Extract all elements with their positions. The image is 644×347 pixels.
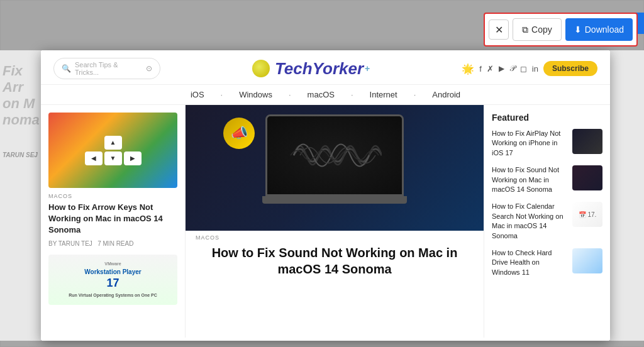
facebook-icon: f — [479, 64, 482, 74]
article-author: BY TARUN TEJ — [48, 240, 92, 247]
content-grid: ▲ ◀ ▼ ▶ MACOS How to Fix Arrow Keys Not … — [41, 105, 610, 338]
linkedin-icon: in — [532, 64, 538, 74]
key-left: ◀ — [85, 151, 103, 165]
key-down: ▼ — [104, 151, 122, 165]
vmware-desc: Run Virtual Operating Systems on One PC — [69, 292, 157, 298]
nav-windows[interactable]: Windows — [239, 90, 272, 99]
featured-item-2: How to Fix Sound Not Working on Mac in m… — [492, 165, 602, 194]
hero-image: 📣 — [186, 105, 484, 231]
bg-left-text: Fix Arron MnomaTARUN SEJ — [0, 50, 41, 174]
copy-icon: ⧉ — [522, 25, 528, 35]
subscribe-button[interactable]: Subscribe — [543, 61, 597, 76]
copy-button[interactable]: ⧉ Copy — [513, 18, 562, 41]
site-nav: iOS · Windows · macOS · Internet · Andro… — [41, 85, 610, 105]
sun-icon: 🌟 — [462, 63, 474, 75]
close-icon: ✕ — [495, 24, 503, 36]
search-bar[interactable]: 🔍 Search Tips & Tricks... ⊙ — [53, 58, 160, 79]
right-column: Featured How to Fix AirPlay Not Working … — [484, 105, 610, 338]
twitter-icon: ✗ — [487, 64, 494, 74]
nav-internet[interactable]: Internet — [370, 90, 397, 99]
hero-title: How to Fix Sound Not Working on Mac in m… — [186, 242, 484, 277]
featured-thumb-2 — [572, 165, 602, 190]
copy-label: Copy — [531, 25, 552, 35]
left-column: ▲ ◀ ▼ ▶ MACOS How to Fix Arrow Keys Not … — [41, 105, 186, 338]
featured-text-4: How to Check Hard Drive Health on Window… — [492, 248, 567, 277]
nav-dot-1: · — [221, 90, 223, 99]
logo-dot — [252, 60, 270, 77]
screenshot-modal: 🔍 Search Tips & Tricks... ⊙ TechYorker+ … — [41, 50, 610, 341]
screenshot-toolbar: ✕ ⧉ Copy ⬇ Download — [484, 13, 638, 47]
article-title-arrow: How to Fix Arrow Keys Not Working on Mac… — [48, 202, 177, 236]
featured-text-2: How to Fix Sound Not Working on Mac in m… — [492, 165, 567, 194]
nav-dot-3: · — [351, 90, 353, 99]
logo-area: TechYorker+ — [252, 59, 370, 79]
hero-badge: 📣 — [223, 118, 255, 149]
article-category-arrow: MACOS — [48, 193, 177, 199]
article-readtime: 7 MIN READ — [97, 240, 133, 247]
featured-text-3: How to Fix Calendar Search Not Working o… — [492, 202, 567, 241]
close-button[interactable]: ✕ — [489, 19, 509, 40]
mic-icon: ⊙ — [146, 64, 152, 73]
instagram-icon: ◻ — [520, 64, 527, 74]
social-icons: 🌟 f ✗ ▶ 𝒫 ◻ in Subscribe — [462, 61, 597, 76]
key-right: ▶ — [124, 151, 142, 165]
featured-thumb-4 — [572, 248, 602, 273]
main-column: 📣 — [186, 105, 484, 338]
featured-thumb-1 — [572, 129, 602, 154]
nav-dot-2: · — [289, 90, 291, 99]
nav-dot-4: · — [414, 90, 416, 99]
pinterest-icon: 𝒫 — [509, 63, 515, 74]
site-logo: TechYorker+ — [275, 59, 370, 79]
featured-text-1: How to Fix AirPlay Not Working on iPhone… — [492, 129, 567, 158]
article-card-vmware: VMware Workstation Player 17 Run Virtual… — [48, 255, 177, 305]
nav-ios[interactable]: iOS — [191, 90, 204, 99]
arrow-keys-group: ▲ ◀ ▼ ▶ — [85, 136, 142, 165]
laptop-screen — [265, 114, 404, 196]
nav-android[interactable]: Android — [432, 90, 460, 99]
download-button[interactable]: ⬇ Download — [565, 18, 633, 41]
featured-thumb-3: 📅 17. — [572, 202, 602, 227]
laptop-base — [262, 196, 407, 204]
youtube-icon: ▶ — [499, 64, 504, 73]
key-up: ▲ — [104, 136, 122, 150]
bg-left-strip: Fix Arron MnomaTARUN SEJ — [0, 50, 41, 341]
vmware-thumb: VMware Workstation Player 17 Run Virtual… — [48, 255, 177, 305]
article-thumb-arrow: ▲ ◀ ▼ ▶ — [48, 113, 177, 188]
wavy-lines-svg — [287, 130, 382, 180]
featured-item-1: How to Fix AirPlay Not Working on iPhone… — [492, 129, 602, 158]
search-text: Search Tips & Tricks... — [75, 61, 142, 76]
bg-right-strip — [610, 50, 644, 341]
site-header: 🔍 Search Tips & Tricks... ⊙ TechYorker+ … — [41, 50, 610, 85]
hero-category: MACOS — [186, 231, 484, 242]
laptop-screen-content — [267, 116, 402, 194]
featured-item-4: How to Check Hard Drive Health on Window… — [492, 248, 602, 277]
featured-title: Featured — [492, 113, 602, 123]
featured-item-3: How to Fix Calendar Search Not Working o… — [492, 202, 602, 241]
search-icon: 🔍 — [62, 64, 71, 73]
article-meta-arrow: BY TARUN TEJ 7 MIN READ — [48, 240, 177, 247]
download-label: Download — [585, 25, 624, 35]
nav-macos[interactable]: macOS — [308, 90, 335, 99]
download-icon: ⬇ — [574, 25, 582, 35]
hero-laptop — [253, 114, 416, 221]
article-card-arrow: ▲ ◀ ▼ ▶ MACOS How to Fix Arrow Keys Not … — [48, 113, 177, 247]
